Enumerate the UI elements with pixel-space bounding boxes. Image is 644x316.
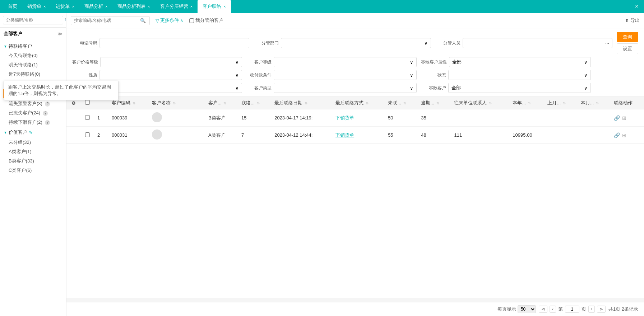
first-page-btn[interactable]: ⊲ [539,306,547,313]
next-page-btn[interactable]: › [588,306,595,313]
filter-retail-prop-select[interactable]: 全部 ∨ [449,57,591,67]
filter-payment-select[interactable]: ∨ [274,70,416,80]
h-scrollbar[interactable] [66,298,644,302]
sidebar-item-7days[interactable]: 近7天待联络(0) [0,70,66,79]
search-input[interactable] [74,18,139,23]
tree-section-pending-header[interactable]: ▼ 待联络客户 [0,42,66,51]
nav-customer-tier-close[interactable]: × [190,0,193,13]
my-customers-checkbox[interactable]: 我分管的客户 [189,17,223,24]
payment-arrow: ∨ [410,72,413,78]
row1-this-month [577,109,610,127]
filter-cust-grade-label: 客户等级 [246,59,272,65]
nav-sales[interactable]: 销货单 × [22,0,51,13]
churn-warning-info-icon: ? [45,102,50,107]
content-area: 🔍 ▽ 更多条件 ∧ 我分管的客户 ⬆ 导出 电话号码 [66,13,644,316]
sidebar-collapse-icon[interactable]: ≫ [57,31,62,37]
nav-purchase[interactable]: 进货单 × [51,0,79,13]
my-customers-check[interactable] [189,18,194,23]
filter-price-grade-select[interactable]: ∨ [100,57,242,67]
churned-info-icon: ? [43,111,48,116]
filter-cust-type-select[interactable]: ∨ [274,83,416,93]
prev-page-btn[interactable]: ‹ [550,306,556,313]
more-conditions-btn[interactable]: ▽ 更多条件 ∧ [153,16,186,25]
row1-check[interactable] [85,115,90,120]
row1-link-icon[interactable]: 🔗 [614,115,620,121]
settings-btn[interactable]: 设置 [617,43,638,54]
sidebar-item-class-c[interactable]: C类客户(6) [0,166,66,175]
query-btn[interactable]: 查询 [617,32,638,42]
col-overdue-sort[interactable]: ⇅ [436,101,439,105]
col-last-date-sort[interactable]: ⇅ [305,101,307,105]
row1-settings [66,109,81,127]
tree-section-value-header[interactable]: ▼ 价值客户 ✎ [0,127,66,138]
sidebar-item-class-a[interactable]: A类客户(1) [0,147,66,156]
export-btn[interactable]: ⬆ 导出 [625,17,640,24]
extra-arrow: ∨ [235,85,239,91]
page-input[interactable] [565,306,579,313]
row2-last-method-link[interactable]: 下销货单 [335,132,354,138]
last-page-btn[interactable]: ⊳ [597,306,606,313]
price-grade-arrow: ∨ [235,60,239,65]
nav-analysis-list-close[interactable]: × [148,0,150,13]
col-code-sort[interactable]: ⇅ [133,101,135,105]
manager-arrow-icon: ··· [605,41,609,46]
nav-analysis-close[interactable]: × [105,0,107,13]
sidebar-item-declining[interactable]: 持续下滑客户(2) ? [0,118,66,127]
col-this-year-sort[interactable]: ⇅ [528,101,531,105]
filter-manager-select[interactable]: ··· [463,38,612,48]
value-arrow-icon: ▼ [4,131,7,135]
nav-sales-close[interactable]: × [43,0,46,13]
per-page-dropdown[interactable]: 50 20 100 200 [518,305,536,313]
col-last-month-sort[interactable]: ⇅ [563,101,566,105]
col-name-sort[interactable]: ⇅ [173,101,176,105]
value-section-edit-icon[interactable]: ✎ [29,130,33,135]
sidebar-item-tomorrow[interactable]: 明天待联络(1) [0,60,66,70]
filter-extra-select[interactable]: ∨ [99,83,242,93]
sidebar-search-area: 🔍 [0,13,66,28]
filter-status-select[interactable]: ∨ [448,70,591,80]
filter-nature-select[interactable]: ∨ [99,70,242,80]
filter-phone-input[interactable] [99,38,249,48]
row2-link-icon[interactable]: 🔗 [614,132,620,138]
row2-last-date: 2023-04-12 14:44: [271,127,332,144]
row2-grid-icon[interactable]: ⊞ [622,132,626,138]
row2-check[interactable] [85,132,90,137]
nav-analysis[interactable]: 商品分析 × [79,0,112,13]
filter-retail-prop: 零散客户属性 全部 ∨ [421,57,591,67]
row1-num: 1 [94,109,108,127]
row2-action-icons: 🔗 ⊞ [614,132,640,138]
filter-retail-label: 零散客户 [421,85,446,91]
row1-grid-icon[interactable]: ⊞ [622,115,626,121]
filter-dept-select[interactable]: ∨ [281,38,431,48]
col-contact-sort[interactable]: ⇅ [257,101,260,105]
filter-cust-grade-select[interactable]: ∨ [274,57,416,67]
col-category-sort[interactable]: ⇅ [223,101,226,105]
nav-customer-tier[interactable]: 客户分层经营 × [155,0,198,13]
sidebar-item-churned[interactable]: 已流失客户(24) ? [0,108,66,118]
sidebar-search-input[interactable] [3,16,63,24]
close-all-button[interactable]: × [632,3,641,10]
nav-purchase-close[interactable]: × [72,0,74,13]
select-all-checkbox[interactable] [85,100,90,105]
col-this-month-sort[interactable]: ⇅ [596,101,599,105]
dept-arrow-icon: ∨ [424,41,428,46]
page-label2: 页 [582,306,586,312]
nav-customer-contact-close[interactable]: × [223,0,226,13]
filter-retail-select[interactable]: 全部 ∨ [448,83,591,93]
nav-home[interactable]: 首页 [3,0,22,13]
nav-customer-contact[interactable]: 客户联络 × [198,0,231,13]
nav-analysis-list[interactable]: 商品分析列表 × [112,0,155,13]
col-action: 联络动作 [610,97,644,109]
top-nav: 首页 销货单 × 进货单 × 商品分析 × 商品分析列表 × 客户分层经营 × … [0,0,644,13]
row1-last-method-link[interactable]: 下销货单 [335,115,354,121]
sidebar-item-unclassified[interactable]: 未分组(32) [0,138,66,147]
search-btn-icon[interactable]: 🔍 [140,18,146,23]
col-uncontacted-sort[interactable]: ⇅ [403,101,406,105]
col-history-contact-sort[interactable]: ⇅ [489,101,492,105]
col-last-method-sort[interactable]: ⇅ [366,101,369,105]
sidebar-item-class-b[interactable]: B类客户(33) [0,156,66,166]
sidebar-item-churn-warning[interactable]: 流失预警客户(3) ? [0,99,66,108]
settings-gear-icon[interactable]: ⚙ [71,100,76,106]
declining-info-icon: ? [45,120,50,125]
sidebar-item-today[interactable]: 今天待联络(0) [0,51,66,60]
